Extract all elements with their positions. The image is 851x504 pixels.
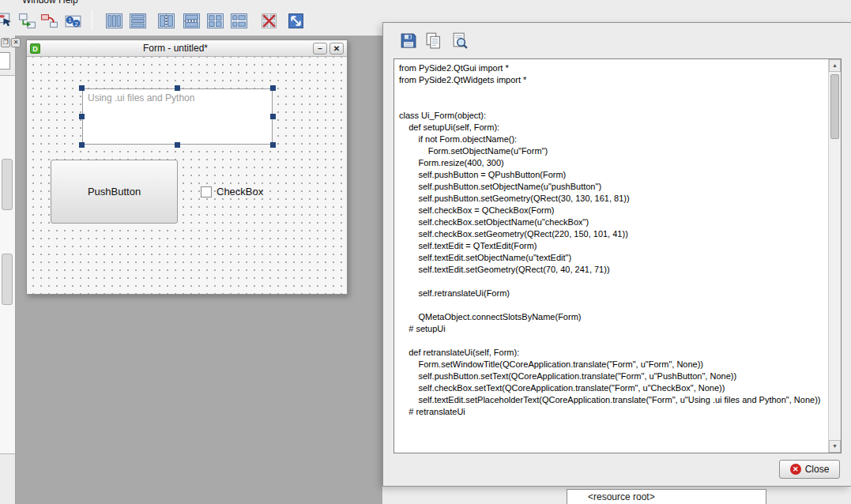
checkbox-widget[interactable]: CheckBox [201,175,281,208]
layout-form-icon [230,12,248,30]
edit-tab-order-icon: 12 [64,12,82,30]
selection-handle-bottom-center[interactable] [175,142,180,148]
edit-widgets-icon [0,12,14,30]
generated-python-code[interactable]: from PySide2.QtGui import * from PySide2… [394,59,828,453]
selection-handle-top-right[interactable] [270,85,276,91]
designer-form-window: D Form - untitled* – ✕ Using .ui files a… [26,39,348,295]
widget-box-panel [0,36,16,504]
pushbutton-label: PushButton [88,186,141,197]
break-layout-button[interactable] [258,10,279,31]
scroll-up-button[interactable]: ▲ [829,59,841,72]
checkbox-indicator[interactable] [201,186,212,197]
toolbar-separator [92,10,92,30]
svg-text:2: 2 [74,20,77,27]
scroll-down-button[interactable]: ▼ [829,440,841,453]
edit-widgets-button[interactable] [0,10,15,31]
edit-signals-slots-button[interactable] [17,10,37,31]
selection-handle-top-center[interactable] [175,85,180,91]
widget-filter-input[interactable] [0,52,10,70]
layout-splitter-horizontal-button[interactable] [156,10,176,31]
copy-icon [424,32,442,50]
form-window-title: Form - untitled* [40,43,311,54]
layout-horizontal-icon [105,12,123,30]
textedit-widget[interactable]: Using .ui files and Python [82,88,273,145]
layout-grid-button[interactable] [205,10,225,31]
menu-window[interactable]: Window [22,0,56,6]
layout-vertical-icon [129,12,147,30]
layout-horizontal-button[interactable] [104,10,124,31]
code-view[interactable]: from PySide2.QtGui import * from PySide2… [393,58,842,453]
dock-float-button[interactable]: ❐ [1,38,10,47]
code-scrollbar[interactable]: ▲ ▼ [828,59,841,453]
edit-signals-slots-icon [18,12,36,30]
selection-handle-mid-left[interactable] [79,114,85,119]
save-code-button[interactable] [397,30,418,51]
layout-grid-icon [206,12,224,30]
selection-handle-bottom-right[interactable] [270,142,276,148]
selection-handle-mid-right[interactable] [270,114,276,119]
menu-help[interactable]: Help [58,0,78,6]
layout-splitter-horizontal-icon [157,12,175,30]
save-icon [399,32,417,50]
qt-designer-window: Window Help 12 [0,0,851,504]
svg-text:1: 1 [68,17,71,24]
form-canvas[interactable]: Using .ui files and Python PushButton Ch… [27,57,347,294]
selection-handle-bottom-left[interactable] [79,142,85,148]
widget-box-item[interactable] [2,159,13,210]
copy-code-button[interactable] [423,30,443,51]
resource-root-item[interactable]: <resource root> [567,490,766,502]
close-button-label: Close [805,464,830,475]
layout-splitter-vertical-button[interactable] [181,10,201,31]
find-icon [450,32,469,50]
layout-splitter-vertical-icon [183,12,201,30]
layout-form-button[interactable] [228,10,249,31]
adjust-size-icon [287,12,305,30]
pushbutton-widget[interactable]: PushButton [51,160,178,224]
menu-bar: Window Help [0,0,851,7]
close-icon: ✕ [790,464,801,475]
selection-handle-top-left[interactable] [79,85,85,91]
form-title-bar[interactable]: D Form - untitled* – ✕ [27,40,347,57]
adjust-size-button[interactable] [285,10,306,31]
edit-buddies-button[interactable] [39,10,59,31]
textedit-placeholder: Using .ui files and Python [88,92,194,103]
close-dialog-button[interactable]: ✕ Close [779,460,840,479]
checkbox-label: CheckBox [217,186,263,197]
layout-vertical-button[interactable] [127,10,148,31]
edit-tab-order-button[interactable]: 12 [62,10,83,31]
widget-box-item[interactable] [2,254,13,305]
minimize-button[interactable]: – [313,43,327,55]
break-layout-icon [260,12,278,30]
edit-buddies-icon [40,12,58,30]
ui-file-icon: D [30,43,40,54]
scrollbar-thumb[interactable] [830,74,839,139]
close-window-button[interactable]: ✕ [329,43,344,55]
widget-box-list[interactable] [0,75,15,454]
find-in-code-button[interactable] [449,30,469,51]
dock-close-button[interactable]: ✕ [11,38,21,47]
resource-browser: <resource root> [567,489,766,504]
code-preview-dialog: from PySide2.QtGui import * from PySide2… [382,22,851,487]
